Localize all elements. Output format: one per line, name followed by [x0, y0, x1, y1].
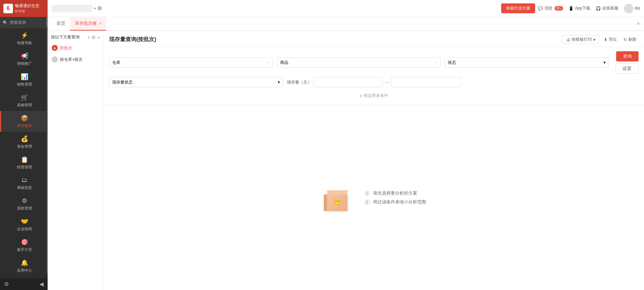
newuser-icon: 🎯 [21, 238, 28, 246]
messages-label: 消息 [544, 5, 553, 11]
plan-icon-by-batch: ● [52, 45, 58, 51]
settings-icon[interactable]: ⚙ [4, 281, 9, 287]
left-panel-header: 按以下方案查询 + ⚙ « [48, 31, 103, 42]
phone-icon: 📱 [569, 6, 574, 11]
messages-icon: 💬 [538, 6, 543, 11]
messages-action[interactable]: 💬 消息 99+ [538, 5, 563, 11]
app-download-label: App下载 [575, 5, 590, 11]
topbar: ▾ ⚙ 体验行业方案 💬 消息 99+ 📱 App下载 🎧 在线客服 Rit [48, 0, 644, 17]
breadcrumb-input[interactable] [52, 5, 92, 12]
username: Rit [635, 6, 640, 11]
collapse-icon: ∧ [359, 93, 362, 98]
online-support-action[interactable]: 🎧 在线客服 [596, 5, 618, 11]
user-profile[interactable]: Rit [624, 4, 640, 13]
page-title: 现存量查询(按批次) [109, 36, 156, 43]
product-filter[interactable]: 商品 ··· [277, 57, 441, 68]
header-actions: 🖨 按模板打印 ▾ ⬆ 导出 ↻ 刷新 [562, 35, 639, 44]
sidebar-item-newuser[interactable]: 🎯 新手引导 [0, 235, 48, 256]
settings-button[interactable]: 设置 [615, 64, 639, 74]
print-icon: 🖨 [566, 37, 570, 42]
plan-label-by-warehouse-batch: 按仓库+批次 [60, 57, 83, 62]
sidebar-item-system[interactable]: ⚙ 系统管理 [0, 194, 48, 214]
status-dropdown-icon: ▾ [604, 60, 606, 65]
warehouse-label: 仓库 [112, 60, 120, 66]
export-label: 导出 [609, 37, 617, 42]
sidebar-nav: ⚡ 快捷导航 📢 营销推广 📊 销售管理 🛒 采购管理 📦 库存核算 💰 资金管… [0, 28, 48, 278]
plan-item-by-warehouse-batch[interactable]: ○ 按仓库+批次 [48, 54, 103, 65]
sidebar-item-label: 应用中心 [17, 268, 32, 273]
tab-home[interactable]: 首页 [52, 17, 70, 31]
plan-list: ● 按批次 ○ 按仓库+批次 [48, 42, 103, 290]
sidebar-item-sales[interactable]: 📊 销售管理 [0, 70, 48, 90]
sidebar-item-label: 库存核算 [17, 123, 32, 128]
breadcrumb-arrow-icon[interactable]: ▾ [94, 6, 96, 11]
tabs-bar: 首页 库存批次账 × × [48, 17, 644, 31]
content-area: 按以下方案查询 + ⚙ « ● 按批次 ○ 按仓库+批次 [48, 31, 644, 290]
sidebar-item-basic[interactable]: 🗂 基础信息 [0, 173, 48, 194]
collab-icon: 🤝 [21, 218, 28, 225]
finance-icon: 💰 [21, 135, 28, 143]
plan-label-by-batch: 按批次 [60, 45, 72, 51]
sidebar-scrollbar[interactable] [46, 17, 48, 273]
page-header: 现存量查询(按批次) 🖨 按模板打印 ▾ ⬆ 导出 ↻ 刷新 [104, 31, 644, 47]
operations-icon: 📋 [21, 156, 28, 163]
plan-icon-by-warehouse-batch: ○ [52, 56, 58, 62]
apps-icon: 🔔 [21, 259, 28, 267]
export-button[interactable]: ⬆ 导出 [602, 35, 619, 44]
filter-area: 仓库 ··· 商品 ··· 状态 ▾ [104, 47, 644, 105]
trial-button[interactable]: 体验行业方案 [501, 3, 535, 13]
print-button[interactable]: 🖨 按模板打印 ▾ [562, 35, 599, 44]
sidebar-item-label: 企业协同 [17, 226, 32, 232]
status-filter[interactable]: 状态 ▾ [445, 57, 609, 68]
app-download-action[interactable]: 📱 App下载 [569, 5, 590, 11]
action-buttons: 查询 设置 [613, 51, 639, 74]
sidebar-item-marketing[interactable]: 📢 营销推广 [0, 49, 48, 70]
search-label: 搜索菜单 [10, 20, 26, 25]
inventory-status-filter[interactable]: 现存量状态 ▾ [109, 77, 283, 87]
sidebar-item-shortcuts[interactable]: ⚡ 快捷导航 [0, 28, 48, 49]
left-panel-actions: + ⚙ « [87, 35, 100, 40]
sidebar-item-collab[interactable]: 🤝 企业协同 [0, 214, 48, 235]
range-dash: — [385, 80, 389, 85]
tab-inventory-batch[interactable]: 库存批次账 × [70, 17, 106, 31]
sidebar-item-inventory[interactable]: 📦 库存核算 [0, 111, 48, 132]
sidebar-footer: ⚙ ◀ [0, 278, 48, 290]
plan-item-by-batch[interactable]: ● 按批次 [48, 42, 103, 54]
sidebar-search[interactable]: 🔍 搜索菜单 [0, 17, 48, 28]
sidebar-item-operations[interactable]: 📋 经营管理 [0, 152, 48, 173]
add-plan-button[interactable]: + [87, 35, 90, 40]
print-label: 按模板打印 [572, 37, 592, 42]
plan-settings-button[interactable]: ⚙ [91, 35, 96, 40]
status-filter-group: 状态 ▾ [445, 57, 609, 68]
sidebar-header: 6 畅康通好生意 标准版 [0, 0, 48, 17]
headset-icon: 🎧 [596, 6, 601, 11]
refresh-button[interactable]: ↻ 刷新 [622, 35, 639, 44]
empty-hints: 1 请先选择要分析的方案 2 用过滤条件来缩小分析范围 [364, 190, 426, 205]
print-dropdown-icon: ▾ [593, 37, 595, 42]
empty-state: 😶 1 请先选择要分析的方案 2 用过滤条件来缩 [104, 105, 644, 290]
close-panel-button[interactable]: × [637, 21, 640, 27]
topbar-gear-button[interactable]: ⚙ [97, 5, 102, 12]
main-panel: 现存量查询(按批次) 🖨 按模板打印 ▾ ⬆ 导出 ↻ 刷新 [104, 31, 644, 290]
online-support-label: 在线客服 [602, 5, 618, 11]
collapse-more-button[interactable]: ∧ 收起更多条件 [109, 91, 639, 101]
query-button[interactable]: 查询 [616, 51, 639, 61]
hint-2-text: 用过滤条件来缩小分析范围 [373, 199, 426, 205]
sidebar-item-apps[interactable]: 🔔 应用中心 [0, 256, 48, 276]
tab-close-button[interactable]: × [99, 21, 101, 26]
sidebar-item-purchase[interactable]: 🛒 采购管理 [0, 90, 48, 111]
warehouse-filter[interactable]: 仓库 ··· [109, 57, 273, 68]
collapse-sidebar-icon[interactable]: ◀ [39, 281, 44, 287]
inventory-qty-max[interactable] [391, 77, 461, 87]
empty-hint-2: 2 用过滤条件来缩小分析范围 [364, 199, 426, 205]
inventory-qty-min[interactable] [313, 77, 383, 87]
sidebar: 6 畅康通好生意 标准版 🔍 搜索菜单 ⚡ 快捷导航 📢 营销推广 📊 销售管理… [0, 0, 48, 290]
app-edition: 标准版 [15, 9, 39, 14]
system-icon: ⚙ [22, 197, 27, 204]
product-label: 商品 [280, 60, 288, 66]
sidebar-item-finance[interactable]: 💰 资金管理 [0, 132, 48, 152]
collapse-panel-button[interactable]: « [97, 35, 100, 40]
app-name: 畅康通好生意 [15, 3, 39, 9]
warehouse-filter-group: 仓库 ··· [109, 57, 273, 68]
refresh-label: 刷新 [628, 37, 637, 42]
